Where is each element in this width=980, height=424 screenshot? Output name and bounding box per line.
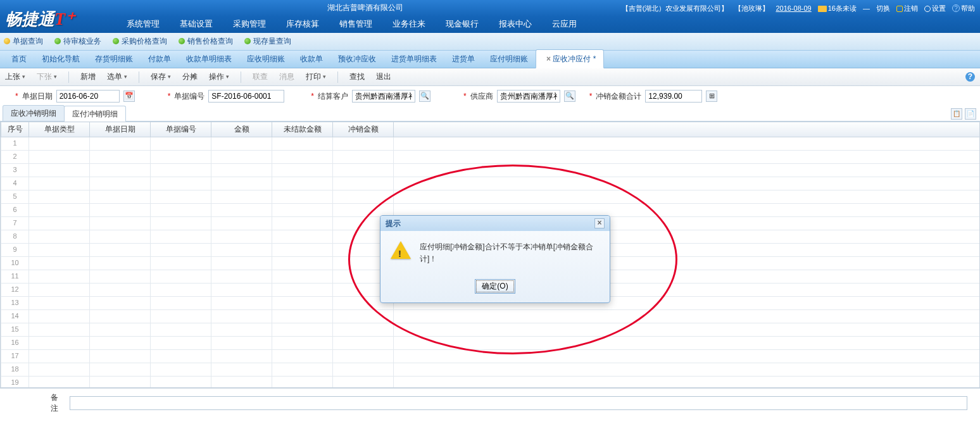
tab[interactable]: 预收冲应收 (330, 50, 384, 68)
tab[interactable]: 进货单明细表 (384, 50, 444, 68)
ok-button[interactable]: 确定(O) (475, 279, 515, 294)
print-button[interactable]: 打印▾ (306, 72, 326, 82)
save-button[interactable]: 保存▾ (151, 72, 171, 82)
remark-input[interactable] (70, 396, 967, 410)
header-right: 【吉普(湖北）农业发展有限公司】 【池玫琳】 2016-08-09 16条未读 … (617, 0, 980, 33)
tab[interactable]: 存货明细账 (87, 50, 141, 68)
fav-item[interactable]: 单据查询 (4, 36, 43, 47)
tab[interactable]: 初始化导航 (34, 50, 87, 68)
dot-icon (179, 38, 185, 44)
date-link[interactable]: 2016-08-09 (776, 4, 811, 13)
dot-icon (244, 38, 251, 44)
switch-link[interactable]: 切换 (876, 4, 890, 13)
tab[interactable]: 收款单明细表 (179, 50, 239, 68)
menu-item[interactable]: 采购管理 (233, 18, 266, 30)
menu-item[interactable]: 销售管理 (339, 18, 372, 30)
tab[interactable]: 应付明细账 (482, 50, 536, 68)
fav-item[interactable]: 销售价格查询 (179, 36, 233, 47)
supplier-input[interactable] (497, 90, 560, 103)
col-header[interactable]: 单据日期 (90, 122, 151, 137)
next-button[interactable]: 下张▾ (37, 72, 57, 82)
code-input[interactable] (208, 90, 284, 103)
app-logo: 畅捷通T⁺ (0, 0, 114, 33)
col-header[interactable]: 金额 (211, 122, 272, 137)
tab[interactable]: 应收明细账 (239, 50, 292, 68)
link-button[interactable]: 联查 (253, 72, 268, 82)
col-header[interactable]: 冲销金额 (333, 122, 394, 137)
col-header[interactable]: 单据编号 (151, 122, 211, 137)
dot-icon (54, 38, 61, 44)
tab[interactable]: 收款单 (292, 50, 330, 68)
exit-button[interactable]: 退出 (376, 72, 391, 82)
find-button[interactable]: 查找 (349, 72, 365, 82)
msg-button[interactable]: 消息 (279, 72, 294, 82)
org-name: 【吉普(湖北）农业发展有限公司】 (622, 4, 729, 13)
help-link[interactable]: ?帮助 (952, 4, 975, 13)
customer-input[interactable] (352, 90, 415, 103)
tab[interactable]: 进货单 (444, 50, 482, 68)
copy-icon[interactable]: 📋 (951, 108, 962, 120)
favorites-bar: 单据查询 待审核业务 采购价格查询 销售价格查询 现存量查询 (0, 33, 980, 51)
alert-dialog: 提示 × ! 应付明细[冲销金额]合计不等于本冲销单[冲销金额合计]！ 确定(O… (380, 215, 610, 303)
close-icon[interactable]: × (594, 218, 605, 228)
unread-link[interactable]: 16条未读 (818, 4, 857, 13)
menu-item[interactable]: 现金银行 (446, 18, 479, 30)
help-icon[interactable]: ? (965, 72, 975, 82)
table-row[interactable]: 15 (1, 323, 980, 337)
new-button[interactable]: 新增 (80, 72, 96, 82)
tab[interactable]: 首页 (4, 50, 34, 68)
total-input[interactable] (645, 90, 702, 103)
code-label: 单据编号 (174, 91, 204, 102)
table-row[interactable]: 19 (1, 377, 980, 388)
menu-item[interactable]: 云应用 (552, 18, 577, 30)
search-icon[interactable]: 🔍 (564, 90, 575, 102)
dialog-message: 应付明细[冲销金额]合计不等于本冲销单[冲销金额合计]！ (420, 241, 600, 269)
menu-item[interactable]: 库存核算 (286, 18, 319, 30)
lock-icon (896, 6, 903, 12)
calc-icon[interactable]: ⊞ (706, 90, 717, 102)
subtab-active[interactable]: 应付冲销明细 (64, 106, 126, 122)
table-row[interactable]: 16 (1, 337, 980, 350)
table-row[interactable]: 5 (1, 190, 980, 204)
tab-close-icon[interactable]: × (546, 54, 551, 63)
customer-label: 结算客户 (318, 91, 348, 102)
col-header[interactable]: 序号 (1, 122, 29, 137)
settings-link[interactable]: 设置 (924, 4, 946, 13)
operate-button[interactable]: 操作▾ (209, 72, 229, 82)
date-input[interactable] (56, 90, 120, 103)
toolbar: 上张▾ 下张▾ 新增 选单▾ 保存▾ 分摊 操作▾ 联查 消息 打印▾ 查找 退… (0, 68, 980, 86)
form-row: *单据日期📅 *单据编号 *结算客户🔍 *供应商🔍 *冲销金额合计⊞ (0, 86, 980, 106)
prev-button[interactable]: 上张▾ (5, 72, 25, 82)
menu-item[interactable]: 系统管理 (127, 18, 160, 30)
tab-active[interactable]: × 应收冲应付 * (536, 49, 604, 68)
menu-item[interactable]: 业务往来 (393, 18, 425, 30)
select-button[interactable]: 选单▾ (107, 72, 127, 82)
total-label: 冲销金额合计 (596, 91, 641, 102)
table-row[interactable]: 18 (1, 363, 980, 377)
paste-icon[interactable]: 📄 (965, 108, 976, 120)
company-name: 湖北吉普啤酒有限公司 (114, 0, 617, 15)
table-row[interactable]: 17 (1, 350, 980, 363)
menu-item[interactable]: 报表中心 (499, 18, 532, 30)
fav-item[interactable]: 采购价格查询 (113, 36, 167, 47)
menu-item[interactable]: 基础设置 (180, 18, 213, 30)
document-tabs: 首页 初始化导航 存货明细账 付款单 收款单明细表 应收明细账 收款单 预收冲应… (0, 51, 980, 68)
table-row[interactable]: 14 (1, 310, 980, 323)
subtab[interactable]: 应收冲销明细 (3, 105, 65, 121)
search-icon[interactable]: 🔍 (419, 90, 430, 102)
col-header[interactable]: 未结款金额 (272, 122, 333, 137)
tab[interactable]: 付款单 (141, 50, 179, 68)
dialog-title-bar: 提示 × (380, 216, 610, 231)
logout-link[interactable]: 注销 (896, 4, 918, 13)
table-row[interactable]: 3 (1, 164, 980, 177)
table-row[interactable]: 2 (1, 151, 980, 164)
table-row[interactable]: 4 (1, 177, 980, 190)
split-button[interactable]: 分摊 (182, 72, 198, 82)
user-name: 【池玫琳】 (734, 4, 769, 13)
col-header[interactable]: 单据类型 (29, 122, 90, 137)
calendar-icon[interactable]: 📅 (123, 90, 135, 102)
fav-item[interactable]: 待审核业务 (54, 36, 101, 47)
fav-item[interactable]: 现存量查询 (244, 36, 291, 47)
remark-label: 备注 (51, 392, 66, 414)
table-row[interactable]: 1 (1, 137, 980, 151)
